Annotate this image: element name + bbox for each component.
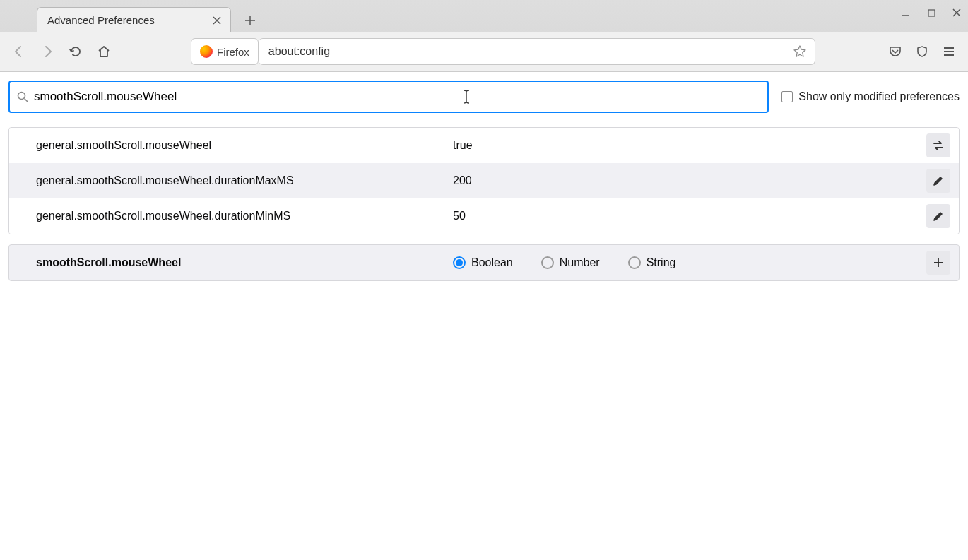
toggle-button[interactable] [926, 133, 950, 157]
identity-box[interactable]: Firefox [191, 38, 259, 65]
firefox-icon [200, 45, 213, 58]
search-icon [17, 91, 28, 102]
create-pref-name: smoothScroll.mouseWheel [36, 256, 453, 269]
titlebar: Advanced Preferences [0, 0, 968, 32]
create-preference-row: smoothScroll.mouseWheel Boolean Number S… [8, 244, 960, 281]
search-row: Show only modified preferences [8, 81, 960, 113]
edit-button[interactable] [926, 204, 950, 228]
preference-search-input[interactable] [34, 90, 760, 104]
browser-tab[interactable]: Advanced Preferences [37, 7, 231, 32]
new-tab-button[interactable] [238, 8, 262, 32]
type-radio-group: Boolean Number String [453, 256, 926, 269]
about-config-content: Show only modified preferences general.s… [0, 71, 968, 290]
close-window-icon[interactable] [950, 6, 964, 20]
svg-rect-0 [928, 10, 935, 16]
maximize-icon[interactable] [924, 6, 938, 20]
toolbar-right [883, 40, 961, 64]
show-modified-only-checkbox[interactable]: Show only modified preferences [781, 90, 960, 103]
pref-name: general.smoothScroll.mouseWheel.duration… [36, 174, 453, 187]
home-button[interactable] [92, 40, 116, 64]
pref-value: 50 [453, 210, 926, 222]
back-button[interactable] [7, 40, 31, 64]
menu-icon[interactable] [937, 40, 961, 64]
checkbox-label: Show only modified preferences [798, 90, 960, 103]
radio-label: Boolean [471, 256, 513, 269]
radio-label: String [647, 256, 676, 269]
url-input[interactable] [268, 45, 791, 58]
identity-label: Firefox [217, 46, 249, 58]
reload-button[interactable] [64, 40, 88, 64]
preferences-table: general.smoothScroll.mouseWheel true gen… [8, 127, 960, 234]
pref-value: 200 [453, 174, 926, 187]
close-tab-icon[interactable] [211, 14, 223, 27]
shield-icon[interactable] [910, 40, 934, 64]
window-controls [899, 6, 964, 20]
pref-name: general.smoothScroll.mouseWheel [36, 139, 453, 152]
tab-title: Advanced Preferences [47, 14, 205, 26]
navigation-toolbar: Firefox [0, 32, 968, 71]
radio-icon[interactable] [628, 256, 641, 269]
edit-button[interactable] [926, 169, 950, 193]
forward-button[interactable] [35, 40, 59, 64]
bookmark-star-icon[interactable] [791, 45, 809, 58]
radio-icon[interactable] [453, 256, 466, 269]
pref-row[interactable]: general.smoothScroll.mouseWheel.duration… [9, 163, 959, 198]
pref-row[interactable]: general.smoothScroll.mouseWheel.duration… [9, 198, 959, 234]
pref-row[interactable]: general.smoothScroll.mouseWheel true [9, 128, 959, 163]
window-chrome: Advanced Preferences [0, 0, 968, 71]
minimize-icon[interactable] [899, 6, 913, 20]
radio-label: Number [560, 256, 600, 269]
radio-number[interactable]: Number [541, 256, 600, 269]
radio-string[interactable]: String [628, 256, 676, 269]
preference-search-box[interactable] [8, 81, 769, 113]
add-button[interactable] [926, 251, 950, 275]
pocket-icon[interactable] [883, 40, 907, 64]
svg-point-1 [18, 93, 25, 100]
radio-icon[interactable] [541, 256, 554, 269]
radio-boolean[interactable]: Boolean [453, 256, 513, 269]
url-bar[interactable] [259, 38, 815, 65]
checkbox-icon[interactable] [781, 91, 793, 102]
pref-name: general.smoothScroll.mouseWheel.duration… [36, 210, 453, 222]
pref-value: true [453, 139, 926, 152]
